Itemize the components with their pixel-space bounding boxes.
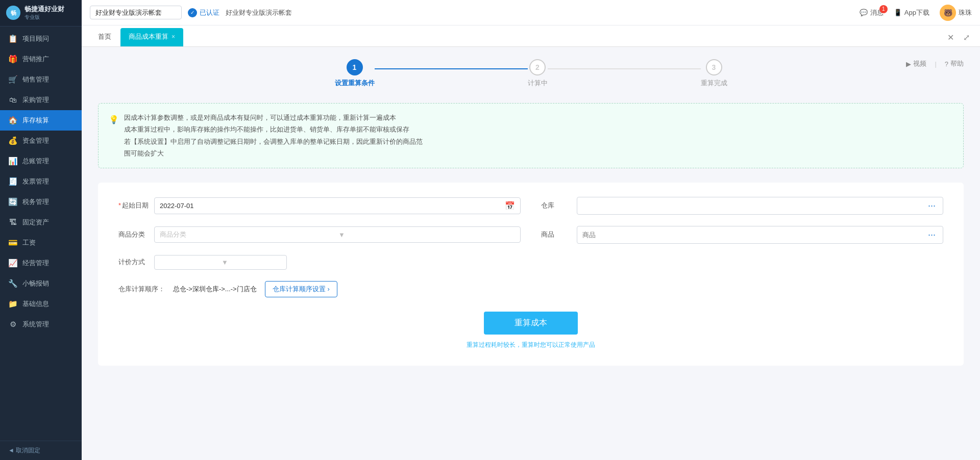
user-menu-button[interactable]: 🐻 珠珠 [940, 5, 972, 21]
category-label: 商品分类 [118, 230, 149, 239]
verified-text: 已认证 [200, 8, 219, 17]
sidebar-item-tax[interactable]: 🔄 税务管理 [0, 192, 82, 212]
step-2: 2 计算中 [528, 59, 548, 88]
sidebar-item-marketing[interactable]: 🎁 营销推广 [0, 49, 82, 69]
goods-input[interactable] [582, 231, 926, 239]
price-method-select[interactable]: ▼ [154, 255, 287, 270]
price-method-field: 计价方式 ▼ [118, 255, 521, 270]
sidebar-item-label: 小畅报销 [22, 279, 49, 288]
sidebar-item-label: 工资 [22, 238, 36, 247]
company-select[interactable]: 好业财专业版演示帐套 [90, 6, 182, 19]
info-box: 💡 因成本计算参数调整，或是对商品成本有疑问时，可以通过成本重算功能，重新计算一… [98, 103, 964, 168]
sidebar-item-invoice[interactable]: 🧾 发票管理 [0, 171, 82, 192]
warehouse-dots-button[interactable]: ··· [926, 200, 938, 211]
price-method-dropdown-icon: ▼ [222, 259, 281, 266]
step-1: 1 设置重算条件 [335, 59, 375, 88]
warehouse-order-settings-button[interactable]: 仓库计算顺序设置 › [265, 281, 337, 297]
user-name: 珠珠 [959, 8, 972, 17]
info-line-3: 若【系统设置】中启用了自动调整记账日期时，会调整入库单的整单记账日期，因此重新计… [124, 136, 423, 147]
category-select[interactable]: 商品分类 ▼ [154, 226, 521, 243]
sidebar-item-operation[interactable]: 📈 经营管理 [0, 253, 82, 273]
topbar-right: 💬 消息 1 📱 App下载 🐻 珠珠 [860, 5, 972, 21]
message-badge: 1 [879, 5, 888, 13]
sidebar-item-inventory[interactable]: 🏠 库存核算 [0, 110, 82, 131]
step-line-1 [375, 68, 528, 69]
warehouse-input-wrap: ··· [577, 197, 943, 215]
tabbar-actions: ✕ ⤢ [945, 31, 972, 46]
step-3-label: 重算完成 [701, 79, 727, 88]
sidebar-item-label: 税务管理 [22, 197, 49, 207]
tabbar: 首页 商品成本重算 × ✕ ⤢ [82, 25, 980, 47]
inventory-icon: 🏠 [8, 116, 17, 125]
price-method-label: 计价方式 [118, 258, 149, 267]
info-icon: 💡 [109, 113, 119, 160]
help-links: ▶ 视频 | ? 帮助 [906, 59, 964, 68]
tab-home[interactable]: 首页 [90, 28, 119, 46]
warehouse-order-label: 仓库计算顺序： [118, 285, 165, 294]
sidebar-item-label: 固定资产 [22, 218, 49, 227]
salary-icon: 💳 [8, 238, 17, 247]
category-placeholder: 商品分类 [160, 230, 336, 239]
sidebar-nav: 📋 项目顾问 🎁 营销推广 🛒 销售管理 🛍 采购管理 🏠 库存核算 💰 资金管… [0, 27, 82, 441]
sidebar-item-accounting[interactable]: 📊 总账管理 [0, 151, 82, 171]
sidebar-item-label: 库存核算 [22, 116, 49, 125]
help-link[interactable]: ? 帮助 [945, 59, 964, 68]
sidebar-item-system[interactable]: ⚙ 系统管理 [0, 314, 82, 335]
sidebar-item-label: 经营管理 [22, 259, 49, 268]
app-download-button[interactable]: 📱 App下载 [894, 8, 929, 17]
user-avatar: 🐻 [940, 5, 956, 21]
form-row-3: 计价方式 ▼ [118, 255, 943, 270]
sidebar-item-label: 销售管理 [22, 75, 49, 84]
sidebar-item-finance[interactable]: 💰 资金管理 [0, 131, 82, 151]
sidebar-item-basic[interactable]: 📁 基础信息 [0, 294, 82, 314]
sidebar-item-salary[interactable]: 💳 工资 [0, 233, 82, 253]
start-date-label: *起始日期 [118, 201, 149, 210]
app-logo-icon: 畅 [6, 6, 20, 20]
sidebar-item-label: 总账管理 [22, 157, 49, 166]
sales-icon: 🛒 [8, 75, 17, 84]
sidebar-item-project[interactable]: 📋 项目顾问 [0, 29, 82, 49]
company-name: 好业财专业版演示帐套 [226, 8, 292, 17]
tab-cost-recalc[interactable]: 商品成本重算 × [120, 28, 183, 46]
step-2-label: 计算中 [528, 79, 548, 88]
sidebar-item-label: 资金管理 [22, 136, 49, 145]
sidebar-item-label: 系统管理 [22, 320, 49, 329]
video-link[interactable]: ▶ 视频 [906, 59, 926, 68]
finance-icon: 💰 [8, 136, 17, 145]
step-line-2 [548, 68, 701, 69]
tab-close-all-button[interactable]: ✕ [945, 31, 956, 44]
calendar-icon[interactable]: 📅 [505, 201, 515, 211]
tab-expand-button[interactable]: ⤢ [961, 31, 972, 44]
info-content: 因成本计算参数调整，或是对商品成本有疑问时，可以通过成本重算功能，重新计算一遍成… [124, 112, 423, 160]
warehouse-order-value: 总仓->深圳仓库->...->门店仓 [173, 285, 257, 294]
info-line-4: 围可能会扩大 [124, 147, 423, 159]
verified-badge-area: ✓ 已认证 [188, 8, 219, 17]
question-icon: ? [945, 60, 948, 68]
goods-dots-button[interactable]: ··· [926, 229, 938, 240]
main-area: 好业财专业版演示帐套 ✓ 已认证 好业财专业版演示帐套 💬 消息 1 📱 App… [82, 0, 980, 460]
sidebar-item-purchase[interactable]: 🛍 采购管理 [0, 90, 82, 110]
start-date-input-wrap: 📅 [154, 197, 521, 214]
recalculate-button[interactable]: 重算成本 [484, 312, 578, 335]
sidebar-item-assets[interactable]: 🏗 固定资产 [0, 212, 82, 233]
sidebar-unpin-button[interactable]: ◄ 取消固定 [0, 441, 82, 460]
sidebar-item-sales[interactable]: 🛒 销售管理 [0, 69, 82, 90]
verified-icon: ✓ [188, 8, 197, 17]
goods-field: 商品 ··· [541, 226, 943, 244]
message-button[interactable]: 💬 消息 1 [860, 8, 884, 17]
start-date-field: *起始日期 📅 [118, 197, 521, 214]
sidebar-item-expense[interactable]: 🔧 小畅报销 [0, 273, 82, 294]
steps-container: 1 设置重算条件 2 计算中 3 重算完成 [98, 59, 964, 88]
start-date-input[interactable] [160, 202, 503, 210]
step-3: 3 重算完成 [701, 59, 727, 88]
project-icon: 📋 [8, 34, 17, 43]
company-select-wrap: 好业财专业版演示帐套 [90, 6, 182, 19]
info-line-2: 成本重算过程中，影响库存账的操作均不能操作，比如进货单、销货单、库存单据不能审核… [124, 123, 423, 135]
tax-icon: 🔄 [8, 197, 17, 207]
message-icon: 💬 [860, 9, 868, 16]
warehouse-order-row: 仓库计算顺序： 总仓->深圳仓库->...->门店仓 仓库计算顺序设置 › [118, 281, 943, 297]
tab-close-button[interactable]: × [172, 33, 175, 40]
steps-wrapper: 1 设置重算条件 2 计算中 3 重算完成 [98, 59, 964, 88]
warehouse-input[interactable] [582, 202, 926, 210]
phone-icon: 📱 [894, 9, 902, 16]
